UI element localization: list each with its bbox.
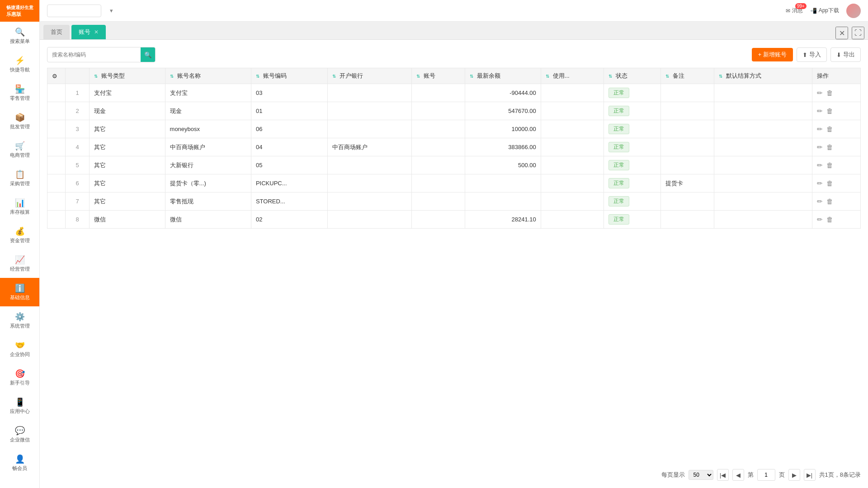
sidebar-item-finance-mgmt[interactable]: 💰 资金管理 <box>0 221 39 249</box>
row-account-no <box>411 156 465 174</box>
col-account-name[interactable]: ⇅ 账号名称 <box>165 68 251 84</box>
row-actions: ✏ 🗑 <box>812 102 860 120</box>
tab-maximize-button[interactable]: ⛶ <box>852 27 864 39</box>
edit-button[interactable]: ✏ <box>817 125 823 133</box>
row-bank <box>327 120 411 138</box>
delete-button[interactable]: 🗑 <box>826 107 833 115</box>
top-dropdown-button[interactable]: ▾ <box>105 5 118 17</box>
row-index: 3 <box>66 120 90 138</box>
page-size-select[interactable]: 20 50 100 <box>689 470 713 480</box>
tab-home[interactable]: 首页 <box>43 25 70 39</box>
export-button[interactable]: ⬇ 导出 <box>830 47 861 62</box>
col-account-type[interactable]: ⇅ 账号类型 <box>90 68 165 84</box>
row-default-settlement <box>714 120 812 138</box>
sidebar: 畅捷通好生意 乐惠版 🔍 搜索菜单 ⚡ 快捷导航 🏪 零售管理 📦 批发管理 🛒… <box>0 0 40 488</box>
row-index: 1 <box>66 84 90 102</box>
page-prev-button[interactable]: ◀ <box>732 469 744 481</box>
delete-button[interactable]: 🗑 <box>826 125 833 133</box>
row-actions: ✏ 🗑 <box>812 120 860 138</box>
page-first-button[interactable]: |◀ <box>717 469 729 481</box>
edit-button[interactable]: ✏ <box>817 107 823 115</box>
col-notes[interactable]: ⇅ 备注 <box>660 68 714 84</box>
sidebar-item-purchase-mgmt[interactable]: 📋 采购管理 <box>0 164 39 192</box>
page-last-button[interactable]: ▶| <box>804 469 816 481</box>
page-next-button[interactable]: ▶ <box>788 469 800 481</box>
sort-account-name-icon: ⇅ <box>170 74 174 79</box>
table-row: 5 其它 大新银行 05 500.00 正常 ✏ 🗑 <box>47 156 861 174</box>
delete-button[interactable]: 🗑 <box>826 216 833 224</box>
col-latest-balance[interactable]: ⇅ 最新余额 <box>465 68 541 84</box>
row-account-name: 零售抵现 <box>165 192 251 211</box>
row-settings <box>47 174 66 192</box>
sidebar-label-quick-nav: 快捷导航 <box>0 66 39 73</box>
row-account-code: 05 <box>251 156 327 174</box>
edit-button[interactable]: ✏ <box>817 216 823 224</box>
sidebar-item-enterprise-wechat[interactable]: 💬 企业微信 <box>0 420 39 449</box>
sidebar-item-system-mgmt[interactable]: ⚙️ 系统管理 <box>0 306 39 335</box>
row-status: 正常 <box>604 138 660 156</box>
col-default-settlement[interactable]: ⇅ 默认结算方式 <box>714 68 812 84</box>
row-status: 正常 <box>604 174 660 192</box>
row-notes: 提货卡 <box>660 174 714 192</box>
tab-actions: ✕ ⛶ <box>835 27 864 39</box>
wholesale-mgmt-icon: 📦 <box>0 113 39 122</box>
page-input[interactable] <box>757 469 775 481</box>
col-account-no[interactable]: ⇅ 账号 <box>411 68 465 84</box>
message-icon: ✉ <box>786 8 790 14</box>
sidebar-item-new-user-guide[interactable]: 🎯 新手引导 <box>0 363 39 392</box>
sort-usage-icon: ⇅ <box>546 74 549 79</box>
row-usage <box>541 174 604 192</box>
delete-button[interactable]: 🗑 <box>826 143 833 151</box>
total-info: 共1页，8条记录 <box>819 471 861 479</box>
messages-button[interactable]: ✉ 消息 99+ <box>786 7 803 14</box>
row-settings <box>47 102 66 120</box>
tab-close-button[interactable]: ✕ <box>835 27 848 39</box>
top-search-input[interactable] <box>47 5 101 17</box>
sidebar-item-retail-mgmt[interactable]: 🏪 零售管理 <box>0 79 39 107</box>
edit-button[interactable]: ✏ <box>817 143 823 151</box>
search-button[interactable]: 🔍 <box>141 47 155 62</box>
sidebar-item-quick-nav[interactable]: ⚡ 快捷导航 <box>0 50 39 79</box>
search-input[interactable] <box>47 49 141 61</box>
edit-button[interactable]: ✏ <box>817 161 823 169</box>
edit-button[interactable]: ✏ <box>817 89 823 97</box>
row-account-code: 04 <box>251 138 327 156</box>
sidebar-item-wholesale-mgmt[interactable]: 📦 批发管理 <box>0 107 39 136</box>
delete-button[interactable]: 🗑 <box>826 197 833 206</box>
user-avatar[interactable] <box>846 4 861 18</box>
row-account-code: 01 <box>251 102 327 120</box>
delete-button[interactable]: 🗑 <box>826 179 833 188</box>
delete-button[interactable]: 🗑 <box>826 161 833 169</box>
sidebar-item-enterprise-agreement[interactable]: 🤝 企业协同 <box>0 335 39 363</box>
sidebar-item-app-center[interactable]: 📱 应用中心 <box>0 392 39 420</box>
sidebar-item-basic-info[interactable]: ℹ️ 基础信息 <box>0 278 39 306</box>
row-account-no <box>411 174 465 192</box>
col-account-code[interactable]: ⇅ 账号编码 <box>251 68 327 84</box>
sidebar-label-system-mgmt: 系统管理 <box>0 323 39 329</box>
sidebar-item-inventory-mgmt[interactable]: 📊 库存核算 <box>0 192 39 221</box>
col-bank[interactable]: ⇅ 开户银行 <box>327 68 411 84</box>
import-button[interactable]: ⬆ 导入 <box>797 47 827 62</box>
row-settings <box>47 84 66 102</box>
col-settings[interactable]: ⚙ <box>47 68 66 84</box>
edit-button[interactable]: ✏ <box>817 179 823 188</box>
sort-account-no-icon: ⇅ <box>416 74 420 79</box>
sidebar-item-member[interactable]: 👤 畅会员 <box>0 449 39 477</box>
sidebar-item-search-menu[interactable]: 🔍 搜索菜单 <box>0 22 39 50</box>
col-usage[interactable]: ⇅ 使用... <box>541 68 604 84</box>
edit-button[interactable]: ✏ <box>817 197 823 206</box>
col-status[interactable]: ⇅ 状态 <box>604 68 660 84</box>
row-settings <box>47 192 66 211</box>
sidebar-item-ecommerce-mgmt[interactable]: 🛒 电商管理 <box>0 136 39 164</box>
app-download-button[interactable]: 📲 App下载 <box>810 7 839 14</box>
delete-button[interactable]: 🗑 <box>826 89 833 97</box>
sidebar-item-operations-mgmt[interactable]: 📈 经营管理 <box>0 249 39 278</box>
add-account-button[interactable]: + 新增账号 <box>752 48 793 61</box>
page-of-word: 页 <box>779 471 785 479</box>
tab-accounts-close[interactable]: ✕ <box>94 29 99 35</box>
status-badge: 正常 <box>609 178 629 188</box>
export-label: 导出 <box>843 51 855 59</box>
row-actions: ✏ 🗑 <box>812 156 860 174</box>
row-bank <box>327 174 411 192</box>
tab-accounts[interactable]: 账号 ✕ <box>71 25 106 39</box>
